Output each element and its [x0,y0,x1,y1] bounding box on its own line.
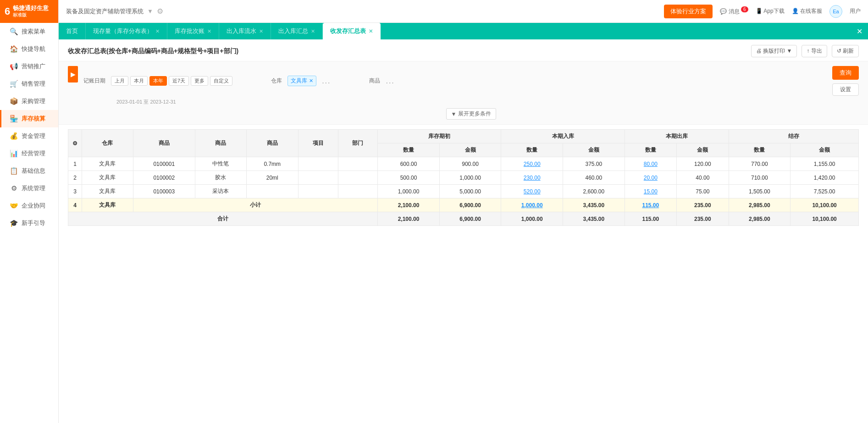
sidebar-item-purchase[interactable]: 📦 采购管理 [0,93,58,110]
sidebar-item-newbie[interactable]: 🎓 新手引导 [0,214,58,232]
warehouse-tag-remove[interactable]: ✕ [309,78,313,84]
sidebar-item-quick-nav[interactable]: 🏠 快捷导航 [0,40,58,58]
sidebar-item-base[interactable]: 📋 基础信息 [0,162,58,180]
row-out-qty[interactable]: 80.00 [625,157,676,171]
tab-summary[interactable]: 出入库汇总 ✕ [271,23,323,39]
sidebar-item-enterprise[interactable]: 🤝 企业协同 [0,197,58,214]
total-row: 合计 2,100.00 6,900.00 1,000.00 3,435.00 1… [68,212,859,226]
col-in-header: 本期入库 [501,130,625,143]
sidebar-item-system[interactable]: ⚙ 系统管理 [0,180,58,197]
sidebar-item-finance[interactable]: 💰 资金管理 [0,127,58,145]
top-header: 装备及固定资产辅助管理系统 ▼ ⚙ 体验行业方案 💬 消息 6 📱 App下载 … [59,0,868,23]
gear-button[interactable]: ⚙ [157,7,163,16]
table-row: 3 文具库 0100003 采访本 1,000.00 5,000.00 520.… [68,185,859,198]
row-warehouse: 文具库 [82,171,133,185]
subtotal-label: 小计 [133,198,377,212]
table-container: ⚙ 仓库 商品 商品 商品 项目 部门 库存期初 本期入库 本期出库 结存 数量 [59,125,868,235]
user-name[interactable]: 用户 [850,7,861,15]
row-dept [338,171,378,185]
tab-close-icon[interactable]: ✕ [155,28,160,34]
row-out-qty[interactable]: 15.00 [625,185,676,198]
sidebar-item-inventory[interactable]: 🏪 库存核算 [0,110,58,127]
total-label: 合计 [68,212,378,226]
sidebar-item-operations[interactable]: 📊 经营管理 [0,145,58,162]
service-icon: 👤 [792,8,799,14]
export-btn[interactable]: ↑ 导出 [802,45,827,57]
row-in-qty[interactable]: 230.00 [501,171,563,185]
tab-close-icon[interactable]: ✕ [369,28,373,34]
app-download-btn[interactable]: 📱 App下载 [756,7,785,15]
btn-more[interactable]: 更多 [191,76,208,86]
row-no: 3 [68,185,82,198]
chevron-down-icon: ▼ [786,48,792,54]
inventory-icon: 🏪 [10,115,18,123]
btn-this-month[interactable]: 本月 [130,76,148,86]
print-btn[interactable]: 🖨 换版打印 ▼ [751,45,797,57]
row-out-qty[interactable]: 20.00 [625,171,676,185]
expand-arrow-btn[interactable]: ▶ [68,66,78,82]
warehouse-more-dots[interactable]: ... [322,77,331,85]
col-warehouse-header: 仓库 [82,130,133,157]
btn-last7days[interactable]: 近7天 [169,76,189,86]
date-range-display: 2023-01-01 至 2023-12-31 [116,99,176,105]
row-name: 采访本 [195,185,246,198]
online-service-btn[interactable]: 👤 在线客服 [792,7,822,15]
tab-receive-send[interactable]: 收发存汇总表 ✕ [323,23,381,39]
row-in-qty[interactable]: 520.00 [501,185,563,198]
row-out-amt: 75.00 [677,185,729,198]
goods-more-dots[interactable]: ... [386,77,394,85]
filter-side-btns: 查询 设置 [832,66,859,96]
subtotal-bal-amt: 10,100.00 [791,198,859,212]
operations-icon: 📊 [10,149,18,158]
sidebar-item-search[interactable]: 🔍 搜索菜单 [0,23,58,40]
filter-row-1: 记账日期 上月 本月 本年 近7天 更多 自定义 仓库 文具库 [83,66,859,96]
row-open-amt: 1,000.00 [439,171,501,185]
phone-icon: 📱 [756,8,763,14]
subtotal-out-qty[interactable]: 115.00 [625,198,676,212]
sidebar: 6 畅捷通好生意 标准版 🔍 搜索菜单 🏠 快捷导航 📢 营销推广 🛒 销售管理… [0,0,59,423]
tab-close-icon[interactable]: ✕ [311,28,315,34]
row-open-amt: 900.00 [439,157,501,171]
system-name: 装备及固定资产辅助管理系统 [66,7,144,16]
refresh-btn[interactable]: ↺ 刷新 [832,45,859,57]
col-project-header: 项目 [298,130,338,157]
btn-custom[interactable]: 自定义 [210,76,232,86]
tab-close-icon[interactable]: ✕ [207,28,211,34]
messages-btn[interactable]: 💬 消息 6 [720,7,748,16]
expand-more-btn[interactable]: ▼ 展开更多条件 [446,108,497,120]
row-bal-qty: 770.00 [729,157,791,171]
tab-flow[interactable]: 出入库流水 ✕ [219,23,271,39]
subtotal-open-amt: 6,900.00 [439,198,501,212]
title-actions: 🖨 换版打印 ▼ ↑ 导出 ↺ 刷新 [751,45,859,57]
tab-batch[interactable]: 库存批次账 ✕ [167,23,219,39]
query-btn[interactable]: 查询 [832,66,859,80]
set-btn[interactable]: 设置 [832,83,859,96]
col-out-header: 本期出库 [625,130,729,143]
logo-icon: 6 [5,5,10,17]
user-avatar[interactable]: Ea [829,5,842,18]
tab-home[interactable]: 首页 [59,23,86,39]
subtotal-in-qty[interactable]: 1,000.00 [501,198,563,212]
sidebar-item-sales[interactable]: 🛒 销售管理 [0,75,58,93]
row-bal-amt: 7,525.00 [791,185,859,198]
tab-close-icon[interactable]: ✕ [259,28,263,34]
col-settings-header[interactable]: ⚙ [68,130,82,157]
search-icon: 🔍 [10,27,18,36]
tab-inventory-dist[interactable]: 现存量（库存分布表） ✕ [86,23,167,39]
tab-bar-close-btn[interactable]: ✕ [851,27,868,36]
filter-area: ▶ 记账日期 上月 本月 本年 近7天 更多 自定义 仓库 [59,61,868,125]
warehouse-tag[interactable]: 文具库 ✕ [287,76,316,86]
row-in-qty[interactable]: 250.00 [501,157,563,171]
total-bal-amt: 10,100.00 [791,212,859,226]
row-out-amt: 40.00 [677,171,729,185]
btn-this-year[interactable]: 本年 [149,76,167,86]
data-table: ⚙ 仓库 商品 商品 商品 项目 部门 库存期初 本期入库 本期出库 结存 数量 [68,129,859,226]
sidebar-item-marketing[interactable]: 📢 营销推广 [0,58,58,75]
export-icon: ↑ [807,48,809,54]
table-row: 1 文具库 0100001 中性笔 0.7mm 600.00 900.00 25… [68,157,859,171]
btn-last-month[interactable]: 上月 [111,76,128,86]
row-code: 0100003 [133,185,195,198]
col-goods-name-header: 商品 [195,130,246,157]
date-shortcuts: 上月 本月 本年 近7天 更多 自定义 [111,76,232,86]
experience-btn[interactable]: 体验行业方案 [664,5,713,18]
